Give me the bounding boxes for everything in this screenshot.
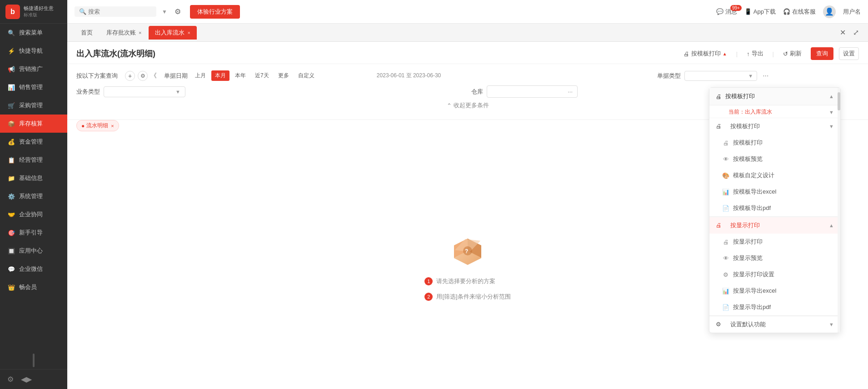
export-btn[interactable]: ↑ 导出: [743, 48, 767, 60]
download-icon: 📱: [744, 8, 752, 15]
sidebar-label-purchase: 采购管理: [19, 101, 43, 110]
collapse-more-btn[interactable]: ⌃ 收起更多条件: [447, 101, 489, 110]
actions-divider-1: |: [736, 50, 738, 57]
notifications-btn[interactable]: 💬 消息 99+: [716, 8, 737, 16]
search-icon: 🔍: [79, 8, 86, 15]
date-tab-more[interactable]: 更多: [274, 70, 293, 81]
page-title: 出入库流水(流水明细): [76, 48, 155, 59]
dropdown-print-item[interactable]: 🖨 按模板打印: [709, 135, 840, 151]
dropdown-title: 按模板打印: [725, 92, 755, 100]
sidebar-item-guide[interactable]: 🎯 新手引导: [0, 224, 67, 242]
disp-excel-icon: 📊: [722, 287, 729, 294]
customer-service-btn[interactable]: 🎧 在线客服: [783, 8, 816, 16]
sidebar-settings-icon[interactable]: ⚙: [7, 375, 14, 384]
sub-filter-tag[interactable]: ● 流水明细 ×: [76, 120, 119, 131]
dropdown-export-excel-item[interactable]: 📊 按模板导出excel: [709, 184, 840, 200]
date-tab-current-month[interactable]: 本月: [211, 70, 229, 81]
search-input[interactable]: [88, 8, 143, 15]
user-avatar[interactable]: 👤: [823, 5, 836, 18]
type-more-icon[interactable]: ···: [763, 72, 768, 80]
app-download-btn[interactable]: 📱 App下载: [744, 8, 776, 16]
biz-select[interactable]: ▼: [104, 86, 185, 97]
disp-pdf-label: 按显示导出pdf: [733, 303, 771, 311]
sidebar-label-app-center: 应用中心: [19, 247, 43, 255]
topbar-gear-icon[interactable]: ⚙: [175, 7, 181, 16]
template-print-icon: 🖨: [716, 123, 723, 130]
date-tab-custom[interactable]: 自定义: [294, 70, 318, 81]
type-select[interactable]: ▼: [684, 71, 757, 81]
sidebar-item-purchase[interactable]: 🛒 采购管理: [0, 96, 67, 115]
filter-collapse-icon[interactable]: 《: [150, 72, 157, 80]
dropdown-template-group[interactable]: 🖨 按模板打印 ▼: [709, 118, 840, 135]
window-close-btn[interactable]: ✕: [838, 27, 848, 38]
sidebar-item-system[interactable]: ⚙️ 系统管理: [0, 187, 67, 205]
refresh-btn[interactable]: ↺ 刷新: [779, 48, 805, 60]
sidebar-item-collab[interactable]: 🤝 企业协同: [0, 205, 67, 224]
sidebar-item-base-info[interactable]: 📁 基础信息: [0, 169, 67, 187]
sidebar-toggle-icon[interactable]: ◀▶: [21, 375, 32, 384]
biz-dropdown-icon: ▼: [175, 89, 180, 95]
customer-service-label: 在线客服: [792, 8, 816, 16]
sub-tag-icon: ●: [81, 123, 85, 129]
dropdown-display-group[interactable]: 🖨 按显示打印 ▲: [709, 217, 840, 234]
sidebar-label-guide: 新手引导: [19, 229, 43, 237]
notifications-badge: 99+: [730, 5, 742, 11]
filter-add-btn[interactable]: +: [125, 71, 135, 81]
sidebar-item-inventory[interactable]: 📦 库存核算: [0, 115, 67, 133]
sidebar-item-app-center[interactable]: 🔲 应用中心: [0, 242, 67, 260]
dropdown-scrollbar-thumb[interactable]: [838, 92, 840, 110]
date-tab-last7[interactable]: 近7天: [251, 70, 273, 81]
wechat-icon: 💬: [7, 265, 15, 273]
sub-tag-close[interactable]: ×: [111, 123, 114, 129]
date-filter: 单据日期 上月 本月 本年 近7天 更多 自定义: [164, 70, 366, 81]
dropdown-export-pdf-item[interactable]: 📄 按模板导出pdf: [709, 200, 840, 216]
tab-home[interactable]: 首页: [75, 26, 99, 40]
sidebar-label-finance: 资金管理: [19, 138, 43, 146]
search-dropdown-icon[interactable]: ▼: [162, 9, 167, 15]
inventory-icon: 📦: [7, 120, 15, 128]
dropdown-collapse-icon[interactable]: ▲: [829, 94, 834, 99]
tab-flow[interactable]: 出入库流水 ×: [149, 26, 196, 40]
step-2-text: 用[筛选]条件来缩小分析范围: [436, 291, 510, 303]
dropdown-print-icon: 🖨: [716, 93, 722, 100]
settings-btn[interactable]: 设置: [839, 47, 859, 60]
tab-batch-account-close[interactable]: ×: [139, 30, 141, 35]
date-tab-prev-month[interactable]: 上月: [191, 70, 210, 81]
print-template-btn[interactable]: 🖨 按模板打印 ▲: [680, 48, 731, 60]
sidebar-item-sales[interactable]: 📊 销售管理: [0, 78, 67, 96]
export-excel-item-label: 按模板导出excel: [733, 188, 776, 196]
warehouse-more-icon[interactable]: ···: [568, 88, 573, 95]
tab-flow-close[interactable]: ×: [187, 30, 190, 35]
page-actions: 🖨 按模板打印 ▲ | ↑ 导出 | ↺ 刷新 查询: [680, 47, 859, 60]
sidebar-item-marketing[interactable]: 📢 营销推广: [0, 60, 67, 78]
sidebar-item-operations[interactable]: 📋 经营管理: [0, 151, 67, 169]
sidebar-item-finance[interactable]: 💰 资金管理: [0, 133, 67, 151]
window-maximize-btn[interactable]: ⤢: [851, 27, 861, 38]
display-chevron-icon: ▲: [829, 223, 834, 228]
topbar-search-box[interactable]: 🔍: [75, 6, 156, 17]
filter-settings-btn[interactable]: ⚙: [138, 71, 148, 81]
dropdown-template-section: 🖨 按模板打印 ▼ 🖨 按模板打印 👁 按模板预览 🎨 模板自定义设计: [709, 118, 840, 217]
sidebar-item-member[interactable]: 👑 畅会员: [0, 278, 67, 296]
display-export-excel-item[interactable]: 📊 按显示导出excel: [709, 283, 840, 299]
dropdown-default-group[interactable]: ⚙ 设置默认功能 ▼: [709, 316, 840, 333]
display-export-pdf-item[interactable]: 📄 按显示导出pdf: [709, 299, 840, 315]
actions-divider-2: |: [773, 50, 774, 57]
display-print-item[interactable]: 🖨 按显示打印: [709, 234, 840, 250]
tab-batch-account-label: 库存批次账: [106, 29, 136, 37]
purchase-icon: 🛒: [7, 101, 15, 110]
dropdown-display-section: 🖨 按显示打印 ▲ 🖨 按显示打印 👁 按显示预览 ⚙ 按显示打印设置: [709, 217, 840, 316]
member-icon: 👑: [7, 283, 15, 291]
dropdown-design-item[interactable]: 🎨 模板自定义设计: [709, 167, 840, 184]
industry-btn[interactable]: 体验行业方案: [190, 5, 240, 19]
warehouse-input[interactable]: ···: [487, 85, 578, 98]
query-btn[interactable]: 查询: [811, 47, 833, 60]
sidebar-item-search[interactable]: 🔍 搜索菜单: [0, 24, 67, 42]
display-preview-item[interactable]: 👁 按显示预览: [709, 250, 840, 266]
display-settings-item[interactable]: ⚙ 按显示打印设置: [709, 266, 840, 283]
date-tab-current-year[interactable]: 本年: [231, 70, 249, 81]
dropdown-preview-item[interactable]: 👁 按模板预览: [709, 151, 840, 167]
sidebar-item-quick-nav[interactable]: ⚡ 快捷导航: [0, 42, 67, 60]
sidebar-item-wechat[interactable]: 💬 企业微信: [0, 260, 67, 278]
tab-batch-account[interactable]: 库存批次账 ×: [100, 26, 148, 40]
